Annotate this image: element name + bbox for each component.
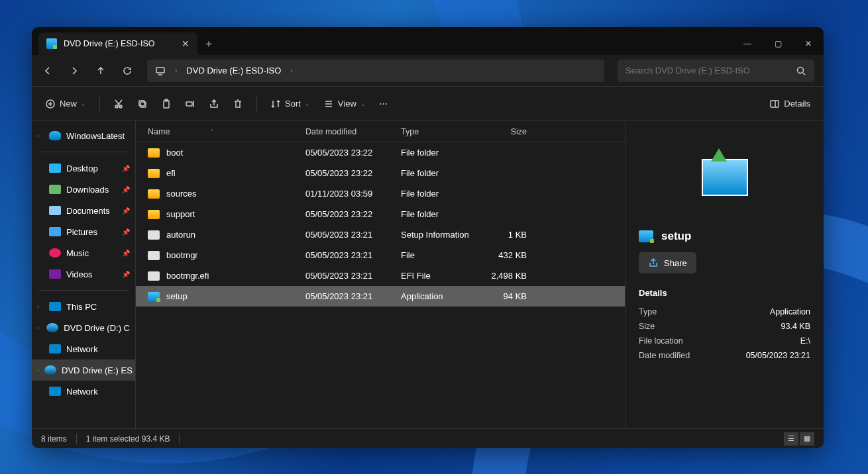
forward-button[interactable]	[68, 64, 81, 77]
file-name: setup	[166, 291, 188, 301]
pin-icon: 📌	[122, 165, 130, 172]
tab-bar: DVD Drive (E:) ESD-ISO ✕ ＋ ― ▢ ✕	[32, 27, 824, 55]
maximize-button[interactable]: ▢	[763, 32, 793, 55]
file-row[interactable]: setup05/05/2023 23:21Application94 KB	[136, 286, 625, 307]
sidebar-item-videos[interactable]: Videos📌	[32, 263, 135, 285]
sidebar-item-network[interactable]: Network	[32, 381, 135, 402]
app-icon	[639, 230, 653, 242]
status-selection: 1 item selected 93.4 KB	[86, 434, 170, 444]
sidebar-item-dvd-drive-d-c[interactable]: ›DVD Drive (D:) C	[32, 317, 135, 338]
file-date: 05/05/2023 23:22	[305, 148, 401, 158]
copy-button[interactable]	[137, 99, 148, 109]
cut-button[interactable]	[113, 99, 124, 109]
chevron-right-icon: ›	[290, 67, 292, 74]
column-size[interactable]: Size	[480, 127, 533, 136]
sidebar-item-label: Network	[66, 387, 98, 397]
sidebar-item-network[interactable]: Network	[32, 338, 135, 359]
close-window-button[interactable]: ✕	[793, 32, 824, 55]
up-button[interactable]	[94, 64, 107, 77]
column-name[interactable]: Name⌃	[136, 127, 305, 136]
explorer-window: DVD Drive (E:) ESD-ISO ✕ ＋ ― ▢ ✕ › DVD D…	[32, 27, 824, 448]
share-button[interactable]	[209, 99, 219, 109]
file-name: efi	[166, 168, 176, 178]
column-headers: Name⌃ Date modified Type Size	[136, 121, 625, 142]
file-name: support	[166, 209, 195, 219]
sidebar-item-desktop[interactable]: Desktop📌	[32, 158, 135, 179]
svg-rect-9	[186, 102, 192, 106]
file-icon	[148, 230, 160, 240]
back-button[interactable]	[41, 64, 54, 77]
sidebar-item-dvd-drive-e-es[interactable]: ›DVD Drive (E:) ES	[32, 359, 135, 381]
search-box[interactable]	[618, 60, 814, 82]
desktop-icon	[49, 164, 61, 173]
sidebar-item-label: Downloads	[66, 185, 109, 195]
thumbnails-view-button[interactable]: ▦	[800, 432, 814, 446]
pin-icon: 📌	[122, 228, 130, 236]
sidebar-item-windowslatest[interactable]: ›WindowsLatest	[32, 125, 135, 146]
file-type: File folder	[401, 168, 480, 178]
file-row[interactable]: autorun05/05/2023 23:21Setup Information…	[136, 224, 625, 245]
file-row[interactable]: bootmgr.efi05/05/2023 23:21EFI File2,498…	[136, 265, 625, 286]
file-type: Setup Information	[401, 230, 480, 240]
file-type: File folder	[401, 148, 480, 158]
file-row[interactable]: sources01/11/2023 03:59File folder	[136, 183, 625, 204]
view-button[interactable]: View⌄	[323, 99, 366, 109]
share-button[interactable]: Share	[639, 252, 696, 273]
sort-button[interactable]: Sort⌄	[270, 99, 310, 109]
delete-button[interactable]	[233, 99, 243, 109]
tab-active[interactable]: DVD Drive (E:) ESD-ISO ✕	[38, 32, 197, 55]
sidebar-item-label: WindowsLatest	[66, 131, 125, 141]
sidebar-item-label: Documents	[66, 206, 110, 216]
refresh-button[interactable]	[121, 64, 134, 77]
minimize-button[interactable]: ―	[732, 32, 763, 55]
sidebar-item-documents[interactable]: Documents📌	[32, 200, 135, 221]
sidebar-item-this-pc[interactable]: ›This PC	[32, 296, 135, 317]
file-icon	[148, 251, 160, 260]
more-button[interactable]: ⋯	[379, 99, 388, 109]
file-type: File folder	[401, 209, 480, 219]
file-row[interactable]: efi05/05/2023 23:22File folder	[136, 163, 625, 183]
close-tab-icon[interactable]: ✕	[182, 38, 190, 49]
setup-app-icon	[702, 159, 748, 196]
preview-thumbnail	[639, 134, 810, 220]
sidebar-item-music[interactable]: Music📌	[32, 242, 135, 263]
file-type: File	[401, 250, 480, 260]
new-tab-button[interactable]: ＋	[197, 32, 220, 55]
file-row[interactable]: boot05/05/2023 23:22File folder	[136, 142, 625, 163]
breadcrumb-segment[interactable]: DVD Drive (E:) ESD-ISO	[186, 66, 281, 75]
svg-rect-0	[156, 68, 164, 73]
pin-icon: 📌	[122, 250, 130, 257]
rename-button[interactable]	[185, 99, 195, 109]
status-item-count: 8 items	[41, 434, 67, 444]
folder-icon	[148, 210, 160, 219]
address-bar: › DVD Drive (E:) ESD-ISO ›	[32, 55, 824, 87]
svg-rect-6	[139, 101, 144, 106]
details-view-button[interactable]: ☰	[784, 432, 798, 446]
search-input[interactable]	[625, 66, 789, 75]
new-button[interactable]: New⌄	[45, 99, 86, 109]
folder-icon	[148, 148, 160, 158]
file-type: File folder	[401, 189, 480, 199]
file-date: 01/11/2023 03:59	[305, 189, 401, 199]
details-row: TypeApplication	[639, 305, 810, 319]
file-type: EFI File	[401, 271, 480, 281]
file-name: autorun	[166, 230, 195, 240]
folder-icon	[148, 189, 160, 199]
paste-button[interactable]	[161, 99, 172, 109]
sidebar-item-pictures[interactable]: Pictures📌	[32, 221, 135, 242]
sidebar-item-downloads[interactable]: Downloads📌	[32, 179, 135, 200]
file-row[interactable]: bootmgr05/05/2023 23:21File432 KB	[136, 245, 625, 265]
file-size: 94 KB	[480, 291, 533, 301]
svg-rect-10	[771, 101, 779, 107]
column-date[interactable]: Date modified	[305, 127, 401, 136]
sidebar-item-label: Network	[66, 344, 98, 354]
file-name: bootmgr	[166, 250, 198, 260]
file-size: 432 KB	[480, 250, 533, 260]
sort-indicator-icon: ⌃	[209, 128, 215, 135]
details-toggle-button[interactable]: Details	[769, 99, 810, 109]
column-type[interactable]: Type	[401, 127, 480, 136]
file-row[interactable]: support05/05/2023 23:22File folder	[136, 204, 625, 224]
breadcrumb[interactable]: › DVD Drive (E:) ESD-ISO ›	[147, 60, 604, 82]
sidebar-item-label: Pictures	[66, 227, 97, 237]
downloads-icon	[49, 185, 61, 194]
